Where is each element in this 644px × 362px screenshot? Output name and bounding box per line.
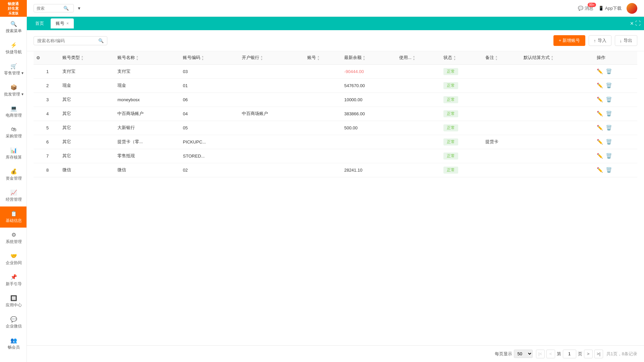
sort-settlement-icon[interactable]: ▲▼ — [551, 55, 553, 61]
sidebar-item-inventory[interactable]: 📊库存核算 — [0, 143, 26, 164]
edit-button-7[interactable]: ✏️ — [597, 167, 603, 173]
sidebar-item-wholesale-mgmt[interactable]: 📦批发管理 ▾ — [0, 80, 26, 101]
cell-num-1: 2 — [44, 78, 60, 93]
edit-button-5[interactable]: ✏️ — [597, 139, 603, 145]
sidebar-item-member[interactable]: 👥畅会员 — [0, 333, 26, 354]
toolbar-left: 🔍 — [34, 36, 107, 45]
cell-usage-7 — [396, 163, 441, 177]
cell-balance-6 — [341, 149, 396, 163]
tab-close-all-icon[interactable]: × — [630, 20, 634, 27]
table-body: 1 支付宝 支付宝 03 -90444.00 正常 ✏️ 🗑️ 2 现金 现金 … — [34, 64, 637, 177]
delete-button-1[interactable]: 🗑️ — [606, 82, 612, 88]
sort-account-icon[interactable]: ▲▼ — [317, 55, 320, 61]
app-download-button[interactable]: 📱 App下载 — [598, 5, 622, 11]
tab-home[interactable]: 首页 — [30, 18, 49, 28]
edit-button-6[interactable]: ✏️ — [597, 153, 603, 159]
table-header-row: ⚙ 账号类型▲▼ 账号名称▲▼ 账号编码▲▼ 开户银行 — [34, 51, 637, 64]
message-button[interactable]: 💬 消息 99+ — [578, 5, 593, 11]
page-last-button[interactable]: >| — [594, 350, 603, 358]
sidebar-item-ecommerce-mgmt[interactable]: 💻电商管理 — [0, 101, 26, 122]
edit-button-0[interactable]: ✏️ — [597, 68, 603, 74]
sidebar-item-quick-nav[interactable]: ⚡快捷导航 — [0, 38, 26, 59]
sidebar-icon-finance-mgmt: 💰 — [3, 168, 25, 175]
edit-button-1[interactable]: ✏️ — [597, 82, 603, 88]
sidebar-item-ops-mgmt[interactable]: 📈经营管理 — [0, 185, 26, 206]
cell-num-4: 5 — [44, 121, 60, 135]
sort-code-icon[interactable]: ▲▼ — [201, 55, 204, 61]
action-btns-0: ✏️ 🗑️ — [597, 68, 635, 74]
user-avatar[interactable] — [627, 3, 637, 14]
delete-button-0[interactable]: 🗑️ — [606, 68, 612, 74]
sort-name-icon[interactable]: ▲▼ — [136, 55, 139, 61]
cell-settlement-3 — [521, 107, 594, 121]
cell-type-2: 其它 — [60, 93, 115, 107]
page-size-select[interactable]: 50 100 200 — [514, 350, 533, 358]
sidebar-item-corp-agreement[interactable]: 🤝企业协同 — [0, 249, 26, 270]
sort-balance-icon[interactable]: ▲▼ — [363, 55, 365, 61]
account-search-icon[interactable]: 🔍 — [98, 38, 104, 43]
cell-type-7: 微信 — [60, 163, 115, 177]
page-next-button[interactable]: > — [584, 350, 593, 358]
toolbar-right: + 新增账号 ↑ 导入 ↓ 导出 — [553, 35, 637, 46]
table-row: 7 其它 零售抵现 STORED... 正常 ✏️ 🗑️ — [34, 149, 637, 163]
header-search-box[interactable]: 🔍 — [34, 4, 74, 12]
edit-button-2[interactable]: ✏️ — [597, 97, 603, 103]
delete-button-2[interactable]: 🗑️ — [606, 97, 612, 103]
edit-button-4[interactable]: ✏️ — [597, 125, 603, 131]
cell-status-3: 正常 — [441, 107, 483, 121]
cell-num-3: 4 — [44, 107, 60, 121]
page-prev-button[interactable]: < — [546, 350, 555, 358]
tab-fullscreen-icon[interactable]: ⛶ — [635, 20, 641, 26]
delete-button-3[interactable]: 🗑️ — [606, 111, 612, 117]
sort-type-icon[interactable]: ▲▼ — [81, 55, 84, 61]
tab-close-icon[interactable]: × — [66, 21, 69, 26]
settings-icon[interactable]: ⚙ — [36, 55, 40, 60]
header-right: 💬 消息 99+ 📱 App下载 — [578, 3, 637, 14]
sidebar-item-basic-info[interactable]: 📋基础信息 — [0, 206, 26, 228]
sidebar-item-retail-mgmt[interactable]: 🛒零售管理 ▾ — [0, 59, 26, 80]
header-search-input[interactable] — [37, 6, 63, 11]
cell-usage-5 — [396, 135, 441, 149]
add-account-button[interactable]: + 新增账号 — [553, 35, 585, 46]
export-button[interactable]: ↓ 导出 — [615, 35, 638, 46]
page-number-input[interactable] — [563, 350, 576, 358]
cell-num-7: 8 — [44, 163, 60, 177]
cell-balance-2: 10000.00 — [341, 93, 396, 107]
import-icon: ↑ — [594, 38, 596, 43]
page-label: 第 — [557, 351, 561, 357]
page-first-button[interactable]: |< — [536, 350, 545, 358]
sidebar-item-finance-mgmt[interactable]: 💰资金管理 — [0, 164, 26, 185]
delete-button-5[interactable]: 🗑️ — [606, 139, 612, 145]
sidebar-item-corp-wechat[interactable]: 💬企业微信 — [0, 312, 26, 333]
cell-settlement-4 — [521, 121, 594, 135]
cell-name-5: 提货卡（零... — [115, 135, 180, 149]
page-size-wrap: 每页显示 50 100 200 — [495, 350, 533, 358]
sidebar-item-purchase-mgmt[interactable]: 🛍采购管理 — [0, 122, 26, 143]
col-action: 操作 — [594, 51, 637, 64]
cell-num-6: 7 — [44, 149, 60, 163]
cell-settings-3 — [34, 107, 44, 121]
delete-button-4[interactable]: 🗑️ — [606, 125, 612, 131]
account-search-input[interactable] — [37, 38, 98, 43]
sort-remark-icon[interactable]: ▲▼ — [495, 55, 498, 61]
cell-action-5: ✏️ 🗑️ — [594, 135, 637, 149]
sort-bank-icon[interactable]: ▲▼ — [260, 55, 263, 61]
sort-status-icon[interactable]: ▲▼ — [453, 55, 456, 61]
cell-bank-1 — [239, 78, 305, 93]
sidebar-item-search-menu[interactable]: 🔍搜索菜单 — [0, 17, 26, 38]
delete-button-6[interactable]: 🗑️ — [606, 153, 612, 159]
cell-settlement-0 — [521, 64, 594, 78]
delete-button-7[interactable]: 🗑️ — [606, 167, 612, 173]
account-search-wrap[interactable]: 🔍 — [34, 36, 107, 45]
sidebar-item-system-mgmt[interactable]: ⚙系统管理 — [0, 228, 26, 249]
cell-name-2: moneybosx — [115, 93, 180, 107]
edit-button-3[interactable]: ✏️ — [597, 111, 603, 117]
header-dropdown[interactable]: ▼ — [77, 6, 81, 11]
cell-remark-6 — [483, 149, 521, 163]
tab-account[interactable]: 账号 × — [51, 18, 74, 28]
import-button[interactable]: ↑ 导入 — [589, 35, 611, 46]
col-remark: 备注▲▼ — [483, 51, 521, 64]
sidebar-item-app-center[interactable]: 🔲应用中心 — [0, 291, 26, 312]
sidebar-item-newbie-guide[interactable]: 📌新手引导 — [0, 270, 26, 291]
sort-usage-icon[interactable]: ▲▼ — [413, 55, 415, 61]
